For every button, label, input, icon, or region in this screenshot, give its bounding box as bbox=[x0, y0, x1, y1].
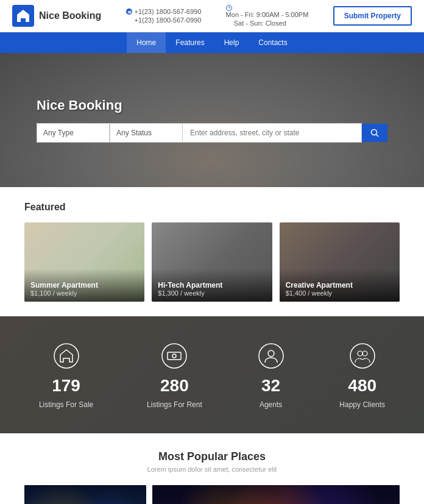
stat-listings-rent: 280 Listings For Rent bbox=[147, 341, 202, 409]
money-icon bbox=[159, 341, 189, 371]
svg-point-16 bbox=[358, 351, 362, 356]
property-card-1[interactable]: Summer Apartment $1,100 / weekly bbox=[24, 222, 144, 302]
svg-point-14 bbox=[268, 350, 274, 357]
property-card-3[interactable]: Creative Apartment $1,400 / weekly bbox=[280, 222, 400, 302]
stat-label-agents: Agents bbox=[260, 400, 282, 409]
property-card-2[interactable]: Hi-Tech Apartment $1,300 / weekly bbox=[152, 222, 272, 302]
logo-area: Nice Booking bbox=[12, 5, 101, 27]
svg-rect-1 bbox=[21, 19, 25, 22]
stat-number-clients: 480 bbox=[348, 376, 376, 396]
main-nav: Home Features Help Contacts bbox=[0, 32, 424, 53]
logo-icon bbox=[12, 5, 34, 27]
prop-price-1: $1,100 / weekly bbox=[30, 289, 138, 297]
stats-banner: 179 Listings For Sale 280 Listings For R… bbox=[0, 316, 424, 433]
clients-icon bbox=[347, 341, 378, 371]
person-icon bbox=[256, 341, 286, 371]
svg-point-7 bbox=[372, 130, 377, 135]
address-input[interactable] bbox=[183, 123, 362, 143]
hours2: Sat - Sun: Closed bbox=[226, 20, 286, 27]
status-select[interactable]: Any Status bbox=[110, 123, 183, 143]
popular-title: Most Popular Places bbox=[24, 450, 400, 463]
places-top-row: New York 3 Properties Las Vegas 4 Proper… bbox=[24, 485, 400, 504]
nav-help[interactable]: Help bbox=[214, 32, 249, 53]
site-header: Nice Booking ☎ +1(23) 1800-567-6990 +1(2… bbox=[0, 0, 424, 32]
phone1: ☎ +1(23) 1800-567-6990 bbox=[126, 8, 202, 15]
hero-content: Nice Booking Any Type Any Status bbox=[37, 98, 387, 143]
svg-rect-11 bbox=[168, 352, 181, 360]
type-select[interactable]: Any Type bbox=[37, 123, 110, 143]
hero-section: Nice Booking Any Type Any Status bbox=[0, 53, 424, 187]
home-icon bbox=[51, 341, 82, 371]
prop-price-3: $1,400 / weekly bbox=[286, 289, 394, 297]
search-icon bbox=[370, 129, 379, 137]
stat-number-rent: 280 bbox=[160, 376, 189, 396]
place-card-las-vegas[interactable]: Las Vegas 4 Properties bbox=[152, 485, 400, 504]
stat-agents: 32 Agents bbox=[256, 341, 286, 409]
stat-number-agents: 32 bbox=[261, 376, 280, 396]
prop-name-3: Creative Apartment bbox=[286, 281, 394, 289]
phone-icon: ☎ bbox=[126, 9, 132, 15]
stat-listings-sale: 179 Listings For Sale bbox=[39, 341, 93, 409]
svg-point-13 bbox=[259, 344, 283, 368]
search-bar: Any Type Any Status bbox=[37, 123, 387, 143]
featured-cards: Summer Apartment $1,100 / weekly Hi-Tech… bbox=[24, 222, 400, 302]
logo-text: Nice Booking bbox=[39, 10, 101, 21]
svg-point-17 bbox=[362, 351, 367, 356]
stat-label-rent: Listings For Rent bbox=[147, 400, 202, 409]
svg-text:☎: ☎ bbox=[127, 10, 132, 14]
featured-section: Featured Summer Apartment $1,100 / weekl… bbox=[0, 187, 424, 316]
popular-section: Most Popular Places Lorem ipsum dolor si… bbox=[0, 433, 424, 504]
svg-point-9 bbox=[54, 344, 79, 368]
stat-clients: 480 Happy Clients bbox=[339, 341, 385, 409]
stat-label-clients: Happy Clients bbox=[339, 400, 385, 409]
featured-title: Featured bbox=[24, 202, 400, 213]
stat-label-sale: Listings For Sale bbox=[39, 400, 93, 409]
stat-number-sale: 179 bbox=[52, 376, 80, 396]
nav-contacts[interactable]: Contacts bbox=[249, 32, 297, 53]
hours1: Mon - Fri: 9:00AM - 5:00PM bbox=[226, 5, 309, 18]
place-card-new-york[interactable]: New York 3 Properties bbox=[24, 485, 146, 504]
phone2: +1(23) 1800-567-0990 bbox=[126, 16, 202, 24]
svg-point-10 bbox=[162, 344, 186, 368]
header-hours: Mon - Fri: 9:00AM - 5:00PM Sat - Sun: Cl… bbox=[226, 5, 309, 27]
prop-name-1: Summer Apartment bbox=[30, 281, 138, 289]
svg-point-15 bbox=[350, 344, 375, 368]
svg-line-8 bbox=[376, 135, 379, 137]
search-button[interactable] bbox=[362, 124, 387, 142]
hero-title: Nice Booking bbox=[37, 98, 387, 113]
nav-home[interactable]: Home bbox=[127, 32, 166, 53]
popular-subtitle: Lorem ipsum dolor sit amet, consectetur … bbox=[24, 466, 400, 473]
prop-price-2: $1,300 / weekly bbox=[158, 289, 266, 297]
nav-features[interactable]: Features bbox=[166, 32, 214, 53]
header-contact: ☎ +1(23) 1800-567-6990 +1(23) 1800-567-0… bbox=[126, 8, 202, 24]
svg-point-12 bbox=[172, 354, 176, 358]
submit-property-button[interactable]: Submit Property bbox=[333, 6, 412, 26]
clock-icon bbox=[226, 5, 232, 11]
prop-name-2: Hi-Tech Apartment bbox=[158, 281, 266, 289]
